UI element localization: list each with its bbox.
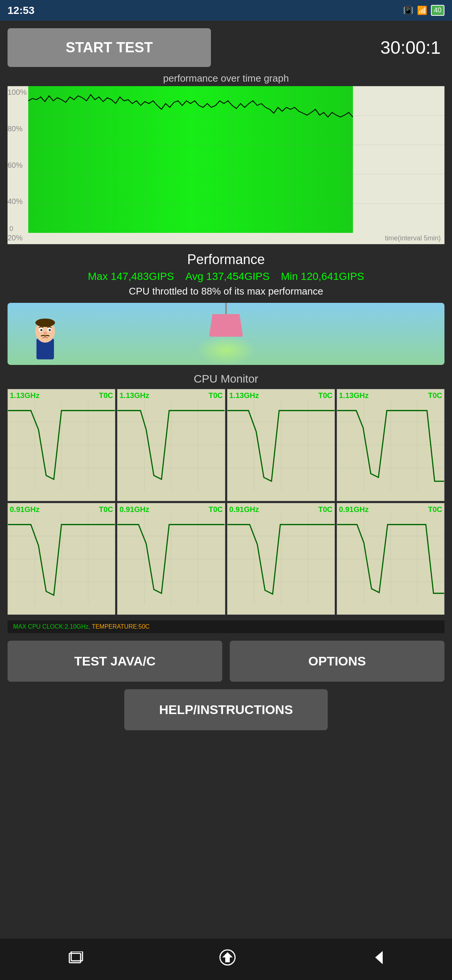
timer-display: 30:00:1: [211, 37, 444, 58]
top-row: START TEST 30:00:1: [8, 28, 444, 67]
svg-marker-82: [222, 952, 233, 963]
cpu-cell-1-temp: T0C: [209, 391, 223, 400]
performance-title: Performance: [8, 252, 444, 267]
cpu-cell-3-temp: T0C: [428, 391, 442, 400]
graph-y-labels: 100% 80% 60% 40% 20%: [8, 86, 30, 244]
home-button[interactable]: [219, 949, 236, 969]
cpu-cell-5-temp: T0C: [209, 505, 223, 514]
cpu-cell-0-temp: T0C: [99, 391, 113, 400]
status-icons: 📳 📶 40: [403, 5, 444, 16]
y-label-20: 20%: [8, 234, 28, 242]
back-button[interactable]: [371, 949, 385, 969]
svg-marker-83: [375, 951, 383, 964]
cpu-cell-2: 1.13GHz T0C: [227, 389, 335, 501]
cpu-cell-3-graph: [337, 389, 444, 501]
cpu-cell-2-freq: 1.13GHz: [229, 391, 259, 400]
cpu-cell-0: 1.13GHz T0C: [8, 389, 115, 501]
main-content: START TEST 30:00:1 performance over time…: [0, 21, 452, 745]
cpu-info-bar: MAX CPU CLOCK:2.10GHz, TEMPERATURE:50C: [8, 620, 444, 633]
cpu-cell-2-graph: [227, 389, 334, 501]
button-row: TEST JAVA/C OPTIONS: [8, 641, 444, 682]
cpu-cell-6: 0.91GHz T0C: [227, 503, 335, 615]
graph-title: performance over time graph: [8, 73, 444, 84]
cpu-grid: 1.13GHz T0C 1.13GHz T0C: [8, 389, 444, 615]
cpu-cell-0-header: 1.13GHz T0C: [10, 391, 113, 400]
svg-point-21: [49, 329, 51, 331]
cpu-cell-2-temp: T0C: [318, 391, 332, 400]
cpu-cell-4: 0.91GHz T0C: [8, 503, 115, 615]
cpu-monitor-title: CPU Monitor: [8, 372, 444, 385]
cpu-cell-4-graph: [8, 503, 115, 615]
cpu-cell-3-header: 1.13GHz T0C: [339, 391, 442, 400]
cpu-cell-7-header: 0.91GHz T0C: [339, 505, 442, 514]
y-label-80: 80%: [8, 124, 28, 133]
graph-container: performance over time graph 100% 80% 60%…: [8, 73, 444, 244]
status-time: 12:53: [8, 5, 35, 17]
vibrate-icon: 📳: [403, 6, 413, 16]
cpu-cell-6-graph: [227, 503, 334, 615]
animation-banner: [8, 303, 444, 365]
cpu-cell-5: 0.91GHz T0C: [117, 503, 225, 615]
cpu-cell-0-graph: [8, 389, 115, 501]
cpu-cell-7-freq: 0.91GHz: [339, 505, 369, 514]
cpu-cell-1: 1.13GHz T0C: [117, 389, 225, 501]
cpu-cell-1-header: 1.13GHz T0C: [120, 391, 223, 400]
svg-point-22: [43, 332, 47, 334]
cpu-cell-7: 0.91GHz T0C: [337, 503, 444, 615]
cpu-cell-0-freq: 1.13GHz: [10, 391, 40, 400]
y-label-60: 60%: [8, 161, 28, 170]
graph-area: 100% 80% 60% 40% 20%: [8, 86, 444, 244]
y-label-100: 100%: [8, 88, 28, 97]
cpu-cell-1-freq: 1.13GHz: [120, 391, 149, 400]
recent-apps-button[interactable]: [67, 951, 85, 968]
svg-point-17: [35, 319, 55, 327]
cpu-cell-6-freq: 0.91GHz: [229, 505, 259, 514]
performance-stats: Max 147,483GIPS Avg 137,454GIPS Min 120,…: [8, 270, 444, 283]
cpu-cell-5-freq: 0.91GHz: [120, 505, 149, 514]
test-java-c-button[interactable]: TEST JAVA/C: [8, 641, 222, 682]
graph-bars-area: [28, 86, 444, 233]
lamp-shade: [209, 314, 243, 337]
cpu-cell-4-header: 0.91GHz T0C: [10, 505, 113, 514]
cpu-cell-7-temp: T0C: [428, 505, 442, 514]
graph-line-svg: [28, 86, 444, 233]
battery-icon: 40: [431, 5, 444, 16]
options-button[interactable]: OPTIONS: [230, 641, 444, 682]
start-test-button[interactable]: START TEST: [8, 28, 211, 67]
min-gips: Min 120,641GIPS: [281, 270, 364, 283]
cpu-monitor-section: CPU Monitor 1.13GHz T0C: [8, 372, 444, 615]
cpu-clock-label: MAX CPU CLOCK:2.10GHz,: [13, 624, 90, 630]
lamp-glow: [196, 335, 256, 365]
cpu-cell-5-header: 0.91GHz T0C: [120, 505, 223, 514]
cpu-cell-1-graph: [118, 389, 225, 501]
cpu-cell-6-temp: T0C: [318, 505, 332, 514]
max-gips: Max 147,483GIPS: [88, 270, 174, 283]
performance-section: Performance Max 147,483GIPS Avg 137,454G…: [8, 252, 444, 297]
navigation-bar: [0, 939, 452, 980]
status-bar: 12:53 📳 📶 40: [0, 0, 452, 21]
wifi-icon: 📶: [417, 6, 427, 16]
svg-point-20: [40, 329, 43, 331]
cpu-cell-2-header: 1.13GHz T0C: [229, 391, 332, 400]
throttle-text: CPU throttled to 88% of its max performa…: [8, 286, 444, 297]
cpu-temp-value-label: TEMPERATURE:50C: [92, 624, 150, 630]
cpu-cell-7-graph: [337, 503, 444, 615]
cpu-cell-6-header: 0.91GHz T0C: [229, 505, 332, 514]
avg-gips: Avg 137,454GIPS: [185, 270, 270, 283]
cpu-cell-3-freq: 1.13GHz: [339, 391, 369, 400]
cpu-cell-4-freq: 0.91GHz: [10, 505, 40, 514]
help-instructions-button[interactable]: HELP/INSTRUCTIONS: [124, 689, 328, 730]
cartoon-character: [22, 312, 68, 361]
cpu-cell-5-graph: [118, 503, 225, 615]
lamp: [196, 303, 256, 365]
y-label-40: 40%: [8, 197, 28, 206]
cpu-cell-4-temp: T0C: [99, 505, 113, 514]
cpu-cell-3: 1.13GHz T0C: [337, 389, 444, 501]
graph-x-label: time(interval 5min): [385, 234, 441, 242]
